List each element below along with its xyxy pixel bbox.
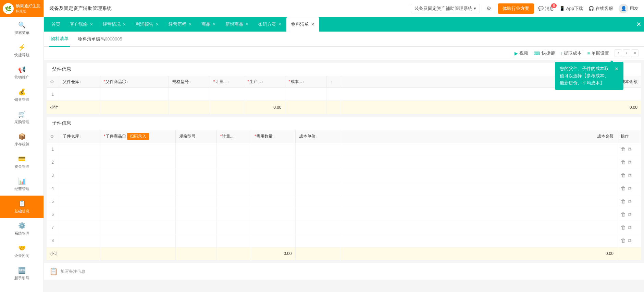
sort-icon[interactable]: ↕ <box>234 135 236 138</box>
sidebar-item-system[interactable]: ⚙️ 系统管理 <box>0 218 44 240</box>
parent-goods-cell[interactable] <box>100 88 169 101</box>
copy-icon[interactable]: ⧉ <box>628 146 632 152</box>
sidebar-item-sales[interactable]: 💰 销售管理 <box>0 84 44 106</box>
child-goods-cell[interactable] <box>100 169 175 182</box>
close-all-tabs-button[interactable]: ✕ <box>636 21 641 28</box>
sort-icon[interactable]: ↕ <box>316 135 318 138</box>
child-goods-cell[interactable] <box>100 195 175 208</box>
tab-profit[interactable]: 利润报告✕ <box>131 17 164 32</box>
close-icon[interactable]: ✕ <box>156 22 159 27</box>
close-icon[interactable]: ✕ <box>311 22 314 27</box>
sidebar-item-basic[interactable]: 📋 基础信息 <box>0 196 44 218</box>
child-qty-unit-cell[interactable] <box>216 169 251 182</box>
scan-button[interactable]: 扫码录入 <box>127 133 149 140</box>
spec-cell[interactable] <box>169 88 210 101</box>
tab-goods[interactable]: 商品✕ <box>197 17 221 32</box>
sidebar-item-marketing[interactable]: 📢 营销推广 <box>0 62 44 84</box>
sidebar-item-purchase[interactable]: 🛒 采购管理 <box>0 106 44 129</box>
th-child-settings[interactable]: ⚙ <box>47 130 59 143</box>
child-spec-cell[interactable] <box>175 221 216 234</box>
trial-button[interactable]: 体验行业方案 <box>498 3 534 14</box>
child-qty-unit-cell[interactable] <box>216 221 251 234</box>
child-spec-cell[interactable] <box>175 234 216 247</box>
child-warehouse-cell[interactable] <box>59 234 100 247</box>
parent-warehouse-cell[interactable] <box>59 88 100 101</box>
close-icon[interactable]: ✕ <box>188 22 192 27</box>
child-goods-cell[interactable] <box>100 234 175 247</box>
child-qty-needed-cell[interactable] <box>251 156 295 169</box>
sidebar-item-finance[interactable]: 💳 资金管理 <box>0 151 44 173</box>
sort-icon[interactable]: ↕ <box>80 80 82 84</box>
child-cost-unit-cell[interactable] <box>295 143 340 156</box>
tab-new-goods[interactable]: 新增商品✕ <box>221 17 253 32</box>
child-spec-cell[interactable] <box>175 195 216 208</box>
sort-icon[interactable]: ↕ <box>196 135 198 138</box>
sort-icon[interactable]: ↕ <box>331 80 332 84</box>
tab-barcode[interactable]: 条码方案✕ <box>253 17 286 32</box>
child-warehouse-cell[interactable] <box>59 182 100 195</box>
child-spec-cell[interactable] <box>175 169 216 182</box>
child-qty-unit-cell[interactable] <box>216 208 251 221</box>
tab-customer[interactable]: 客户联络✕ <box>65 17 98 32</box>
child-qty-needed-cell[interactable] <box>251 234 295 247</box>
sort-icon[interactable]: ↕ <box>303 80 305 84</box>
child-qty-needed-cell[interactable] <box>251 195 295 208</box>
child-cost-unit-cell[interactable] <box>295 208 340 221</box>
child-warehouse-cell[interactable] <box>59 195 100 208</box>
delete-icon[interactable]: 🗑 <box>621 159 626 165</box>
sidebar-item-cooperation[interactable]: 🤝 企业协同 <box>0 240 44 262</box>
child-cost-unit-cell[interactable] <box>295 234 340 247</box>
sub-tab-list[interactable]: 物料清单 <box>49 32 70 47</box>
delete-icon[interactable]: 🗑 <box>621 237 626 244</box>
tab-operations[interactable]: 经营情况✕ <box>98 17 131 32</box>
child-qty-unit-cell[interactable] <box>216 195 251 208</box>
system-selector[interactable]: 装备及固定资产辅助管理系统 ▾ <box>411 4 480 13</box>
shortcut-button[interactable]: ⌨ 快捷键 <box>534 50 555 56</box>
child-cost-unit-cell[interactable] <box>295 182 340 195</box>
child-cost-unit-cell[interactable] <box>295 195 340 208</box>
cost-cell[interactable] <box>285 88 326 101</box>
online-service-button[interactable]: 🎧 在线客服 <box>589 5 613 12</box>
menu-icon[interactable]: ≡ <box>631 49 639 57</box>
child-goods-cell[interactable] <box>100 143 175 156</box>
sidebar-item-guide[interactable]: 🆕 新手引导 <box>0 262 44 285</box>
settings-gear-icon[interactable]: ⚙ <box>50 79 54 84</box>
app-download-button[interactable]: 📱 App下载 <box>559 5 583 12</box>
child-spec-cell[interactable] <box>175 143 216 156</box>
copy-icon[interactable]: ⧉ <box>628 172 632 178</box>
delete-icon[interactable]: 🗑 <box>621 146 626 152</box>
copy-icon[interactable]: ⧉ <box>628 159 632 165</box>
th-settings[interactable]: ⚙ <box>47 76 59 88</box>
settings-gear-icon[interactable]: ⚙ <box>50 134 54 139</box>
delete-icon[interactable]: 🗑 <box>621 172 626 178</box>
copy-icon[interactable]: ⧉ <box>628 211 632 218</box>
delete-icon[interactable]: 🗑 <box>621 198 626 205</box>
sidebar-item-quicknav[interactable]: ⚡ 快捷导航 <box>0 39 44 62</box>
child-qty-needed-cell[interactable] <box>251 221 295 234</box>
child-warehouse-cell[interactable] <box>59 169 100 182</box>
copy-icon[interactable]: ⧉ <box>628 198 632 205</box>
child-cost-unit-cell[interactable] <box>295 156 340 169</box>
sort-icon[interactable]: ↕ <box>227 80 229 84</box>
child-spec-cell[interactable] <box>175 156 216 169</box>
child-warehouse-cell[interactable] <box>59 156 100 169</box>
child-spec-cell[interactable] <box>175 208 216 221</box>
produce-cell[interactable] <box>244 88 285 101</box>
sort-icon[interactable]: ↕ <box>273 135 275 138</box>
extract-cost-button[interactable]: ↑ 提取成本 <box>560 50 582 56</box>
copy-icon[interactable]: ⧉ <box>628 224 632 231</box>
sidebar-item-operations[interactable]: 📊 经营管理 <box>0 173 44 196</box>
child-warehouse-cell[interactable] <box>59 143 100 156</box>
child-qty-unit-cell[interactable] <box>216 182 251 195</box>
close-icon[interactable]: ✕ <box>245 22 249 27</box>
child-goods-cell[interactable] <box>100 221 175 234</box>
child-goods-cell[interactable] <box>100 156 175 169</box>
child-goods-cell[interactable] <box>100 182 175 195</box>
sort-icon[interactable]: ↕ <box>189 80 191 84</box>
tab-home[interactable]: 首页 <box>47 17 65 32</box>
child-qty-unit-cell[interactable] <box>216 234 251 247</box>
delete-icon[interactable]: 🗑 <box>621 224 626 231</box>
child-qty-unit-cell[interactable] <box>216 143 251 156</box>
delete-icon[interactable]: 🗑 <box>621 211 626 218</box>
child-cost-unit-cell[interactable] <box>295 169 340 182</box>
